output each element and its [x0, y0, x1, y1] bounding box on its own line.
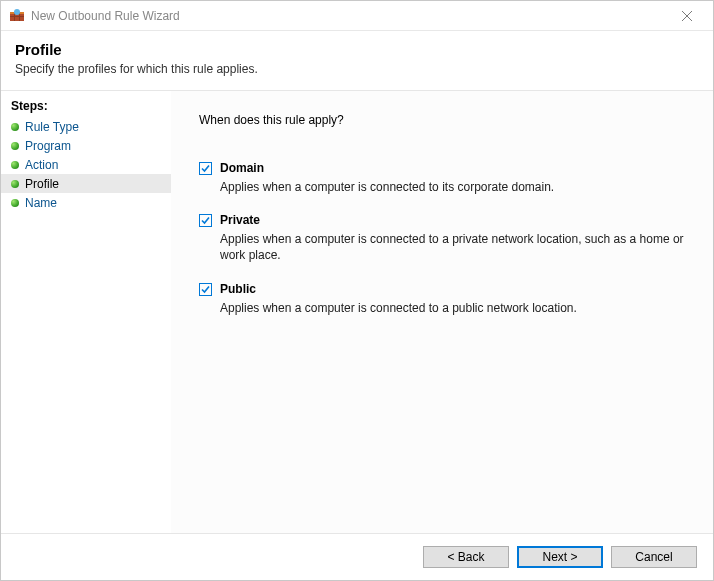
- wizard-window: New Outbound Rule Wizard Profile Specify…: [0, 0, 714, 581]
- check-icon: [200, 284, 211, 295]
- wizard-footer: < Back Next > Cancel: [1, 534, 713, 580]
- option-description: Applies when a computer is connected to …: [220, 300, 685, 316]
- step-label: Profile: [25, 177, 59, 191]
- option-label[interactable]: Public: [220, 282, 256, 296]
- close-icon: [682, 11, 692, 21]
- step-program[interactable]: Program: [1, 136, 171, 155]
- step-profile: Profile: [1, 174, 171, 193]
- step-bullet-icon: [11, 123, 19, 131]
- step-rule-type[interactable]: Rule Type: [1, 117, 171, 136]
- steps-sidebar: Steps: Rule TypeProgramActionProfileName: [1, 91, 171, 533]
- close-button[interactable]: [665, 1, 709, 30]
- steps-heading: Steps:: [1, 95, 171, 117]
- profile-option-private: Private: [199, 213, 685, 227]
- page-title: Profile: [15, 41, 699, 58]
- option-description: Applies when a computer is connected to …: [220, 231, 685, 263]
- content-panel: When does this rule apply? DomainApplies…: [171, 91, 713, 533]
- profile-option-public: Public: [199, 282, 685, 296]
- step-label: Action: [25, 158, 58, 172]
- step-bullet-icon: [11, 161, 19, 169]
- step-bullet-icon: [11, 180, 19, 188]
- question-text: When does this rule apply?: [199, 113, 685, 127]
- profile-option-domain: Domain: [199, 161, 685, 175]
- step-label: Name: [25, 196, 57, 210]
- step-bullet-icon: [11, 142, 19, 150]
- option-label[interactable]: Private: [220, 213, 260, 227]
- window-title: New Outbound Rule Wizard: [31, 9, 665, 23]
- step-bullet-icon: [11, 199, 19, 207]
- option-label[interactable]: Domain: [220, 161, 264, 175]
- cancel-button[interactable]: Cancel: [611, 546, 697, 568]
- svg-rect-2: [10, 16, 24, 17]
- checkbox-domain[interactable]: [199, 162, 212, 175]
- step-name[interactable]: Name: [1, 193, 171, 212]
- option-description: Applies when a computer is connected to …: [220, 179, 685, 195]
- wizard-body: Steps: Rule TypeProgramActionProfileName…: [1, 90, 713, 534]
- step-label: Program: [25, 139, 71, 153]
- checkbox-private[interactable]: [199, 214, 212, 227]
- check-icon: [200, 215, 211, 226]
- firewall-icon: [9, 8, 25, 24]
- step-label: Rule Type: [25, 120, 79, 134]
- next-button[interactable]: Next >: [517, 546, 603, 568]
- titlebar: New Outbound Rule Wizard: [1, 1, 713, 31]
- wizard-header: Profile Specify the profiles for which t…: [1, 31, 713, 90]
- check-icon: [200, 163, 211, 174]
- step-action[interactable]: Action: [1, 155, 171, 174]
- page-subtitle: Specify the profiles for which this rule…: [15, 62, 699, 76]
- svg-point-5: [14, 9, 20, 15]
- back-button[interactable]: < Back: [423, 546, 509, 568]
- checkbox-public[interactable]: [199, 283, 212, 296]
